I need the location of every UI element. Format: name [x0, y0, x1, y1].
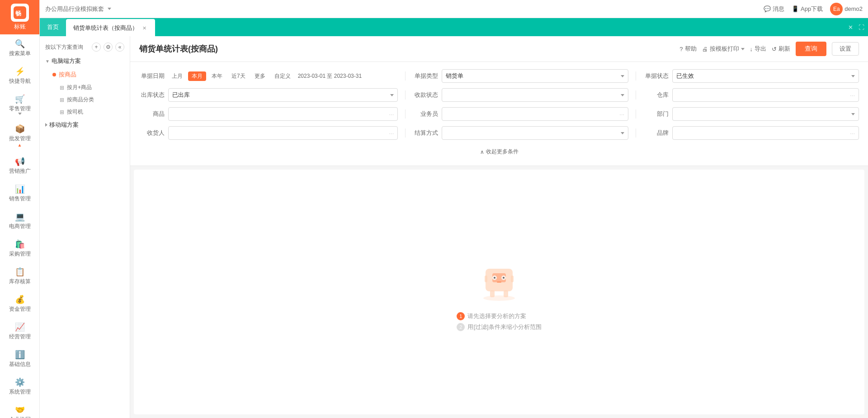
warehouse-input[interactable]: ··· [672, 88, 859, 102]
user-profile[interactable]: Ea demo2 [830, 3, 863, 15]
status-select[interactable]: 已生效 [672, 69, 859, 83]
sidebar-item-finance[interactable]: 💰 资金管理 [0, 290, 39, 318]
filter-row-3: 商品 ··· 业务员 ··· [139, 107, 859, 121]
date-tab-7days[interactable]: 近7天 [228, 71, 249, 81]
tree-leaf-label: 按商品分类 [67, 96, 94, 104]
tab-report[interactable]: 销货单统计表（按商品） ✕ [66, 19, 155, 37]
leaf-icon-2: ⊞ [60, 97, 64, 103]
sidebar-item-label: 系统管理 [9, 388, 31, 396]
help-btn[interactable]: ? 帮助 [679, 45, 696, 53]
finance-icon: 💰 [15, 294, 25, 304]
payment-method-dropdown-icon [621, 132, 624, 134]
date-tab-custom[interactable]: 自定义 [271, 71, 294, 81]
wholesale-icon: 📦 [15, 124, 25, 134]
tab-expand-icon[interactable]: ⛶ [859, 24, 864, 31]
tree-leaf-driver[interactable]: ⊞ 按司机 [40, 106, 130, 118]
sidebar-item-marketing[interactable]: 📢 营销推广 [0, 152, 39, 180]
tab-close-icon[interactable]: ✕ [141, 24, 148, 32]
tab-home[interactable]: 首页 [40, 18, 66, 36]
filter-doctype: 单据类型 销货单 [413, 69, 628, 83]
right-panel: 销货单统计表(按商品) ? 帮助 🖨 按模板打印 ↓ 导出 [130, 36, 868, 418]
collapse-label: 收起更多条件 [486, 148, 519, 156]
doctype-select[interactable]: 销货单 [442, 69, 628, 83]
tree-parent-mobile[interactable]: 移动端方案 [40, 118, 130, 132]
sidebar-item-inventory[interactable]: 📋 库存核算 [0, 262, 39, 290]
export-btn[interactable]: ↓ 导出 [750, 45, 767, 53]
sidebar-item-basic[interactable]: ℹ️ 基础信息 [0, 345, 39, 373]
date-tab-more[interactable]: 更多 [251, 71, 269, 81]
doctype-dropdown-icon [621, 75, 624, 77]
sidebar-item-retail[interactable]: 🛒 零售管理 [0, 90, 39, 119]
sidebar-item-operations[interactable]: 📈 经营管理 [0, 318, 39, 345]
left-panel: 按以下方案查询 + ⚙ « ▼ 电脑端方案 按商品 [40, 36, 130, 418]
sidebar-item-label: 零售管理 [9, 105, 31, 113]
divider-1 [405, 71, 406, 81]
goods-dots-icon: ··· [389, 111, 394, 118]
print-btn[interactable]: 🖨 按模板打印 [702, 45, 745, 53]
sidebar-item-label: 快捷导航 [9, 77, 31, 85]
date-range-value: 2023-03-01 至 2023-03-31 [298, 72, 362, 80]
system-icon: ⚙️ [15, 377, 25, 387]
panel-settings-btn[interactable]: ⚙ [104, 43, 113, 52]
header-left: 办公用品行业模拟账套 [45, 5, 111, 13]
tab-bar: 首页 销货单统计表（按商品） ✕ ✕ ⛶ [40, 18, 868, 36]
date-tabs: 上月 本月 本年 近7天 更多 自定义 [168, 71, 294, 81]
app-download-btn[interactable]: 📱 App下载 [792, 5, 823, 13]
sidebar-item-sales[interactable]: 📊 销售管理 [0, 180, 39, 207]
tip-text-2: 用[过滤]条件来缩小分析范围 [467, 323, 541, 331]
tip-num-2: 2 [457, 323, 465, 331]
dept-label: 部门 [643, 110, 669, 118]
sidebar-item-collab[interactable]: 🤝 企业协同 [0, 400, 39, 418]
payment-status-select[interactable] [442, 88, 628, 102]
user-avatar: Ea [830, 3, 843, 15]
print-label: 按模板打印 [710, 45, 739, 53]
message-btn[interactable]: 💬 消息 [764, 5, 784, 13]
industry-label: 办公用品行业模拟账套 [45, 5, 104, 13]
sidebar-item-quicknav[interactable]: ⚡ 快捷导航 [0, 62, 39, 90]
tree-leaf-label: 按月+商品 [67, 84, 92, 91]
tree-parent-pc[interactable]: ▼ 电脑端方案 [40, 54, 130, 68]
salesperson-label: 业务员 [413, 110, 438, 118]
tip-num-1: 1 [457, 312, 465, 320]
marketing-icon: 📢 [15, 157, 25, 166]
svg-rect-10 [511, 276, 514, 282]
sidebar-item-search[interactable]: 🔍 搜索菜单 [0, 34, 39, 62]
tab-report-label: 销货单统计表（按商品） [73, 24, 138, 32]
panel-collapse-btn[interactable]: « [115, 43, 124, 52]
salesperson-input[interactable]: ··· [442, 107, 628, 121]
collapse-btn[interactable]: ∧ 收起更多条件 [139, 145, 859, 158]
divider-5 [405, 109, 406, 119]
date-tab-lastmonth[interactable]: 上月 [168, 71, 186, 81]
app-logo[interactable]: 畅 标账 [0, 0, 39, 34]
sidebar-item-label: 批发管理 [9, 135, 31, 142]
sidebar-item-label: 搜索菜单 [9, 50, 31, 57]
brand-input[interactable]: ··· [672, 126, 859, 140]
tree-leaf-category[interactable]: ⊞ 按商品分类 [40, 94, 130, 106]
sidebar-item-ecommerce[interactable]: 💻 电商管理 [0, 207, 39, 235]
filter-dept: 部门 [643, 107, 859, 121]
date-tab-thisyear[interactable]: 本年 [208, 71, 226, 81]
empty-tip-2: 2 用[过滤]条件来缩小分析范围 [457, 323, 541, 331]
query-button[interactable]: 查询 [796, 42, 826, 56]
recipient-input[interactable]: ··· [168, 126, 398, 140]
industry-dropdown-icon[interactable] [108, 8, 111, 10]
tab-minimize-icon[interactable]: ✕ [848, 24, 853, 31]
dept-select[interactable] [672, 107, 859, 121]
refresh-btn[interactable]: ↺ 刷新 [772, 45, 790, 53]
panel-add-btn[interactable]: + [92, 43, 101, 52]
warehouse-status-select[interactable]: 已出库 [168, 88, 398, 102]
retail-icon: 🛒 [15, 94, 25, 104]
sidebar-item-purchase[interactable]: 🛍️ 采购管理 [0, 235, 39, 262]
tree-leaf-monthgood[interactable]: ⊞ 按月+商品 [40, 81, 130, 94]
payment-method-label: 结算方式 [413, 129, 438, 137]
tree-arrow-mobile-icon [45, 123, 47, 127]
sidebar-item-system[interactable]: ⚙️ 系统管理 [0, 373, 39, 400]
payment-method-select[interactable] [442, 126, 628, 140]
tree-child-bygood[interactable]: 按商品 [40, 68, 130, 81]
sidebar-item-label: 资金管理 [9, 305, 31, 313]
settings-button[interactable]: 设置 [832, 42, 859, 56]
print-icon: 🖨 [702, 46, 708, 52]
goods-input[interactable]: ··· [168, 107, 398, 121]
date-tab-thismonth[interactable]: 本月 [188, 71, 206, 81]
sidebar-item-wholesale[interactable]: 📦 批发管理 ▲ [0, 119, 39, 152]
